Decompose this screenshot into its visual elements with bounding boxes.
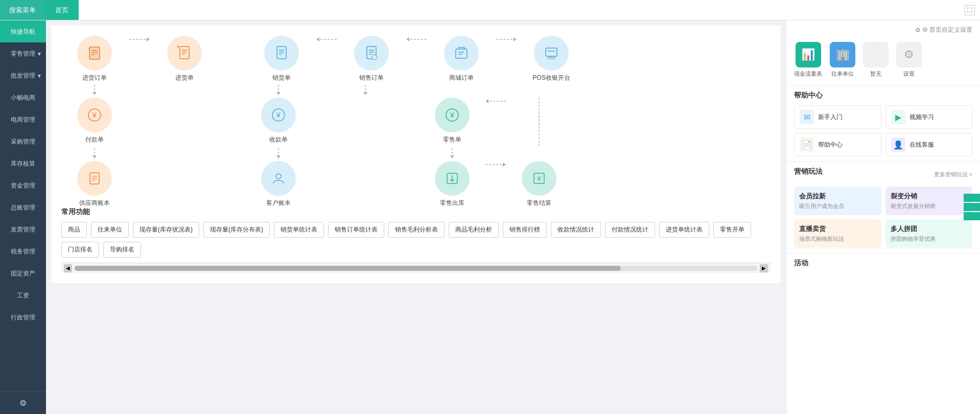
help-label-help: 帮助中心 [818, 141, 843, 149]
func-btn-往来单位[interactable]: 往来单位 [91, 222, 129, 238]
quick-icon-cash-flow[interactable]: 📊 现金流量表 [794, 42, 822, 78]
sidebar-item-ecom[interactable]: 电商管理 [0, 108, 46, 130]
customer-account-circle [261, 161, 296, 196]
help-center-title: 帮助中心 [794, 91, 972, 100]
sidebar-item-tax[interactable]: 税务管理 [0, 240, 46, 262]
expand-icon[interactable]: ⛶ [965, 5, 975, 15]
help-item-beginner[interactable]: ✉ 新手入门 [794, 105, 881, 129]
retail-out-circle [435, 161, 470, 196]
arrow-right-2 [496, 36, 517, 56]
sidebar-item-general-ledger[interactable]: 总账管理 [0, 196, 46, 218]
quick-icon-partners[interactable]: 🏢 往来单位 [830, 42, 855, 78]
sidebar-item-invoice[interactable]: 发票管理 [0, 218, 46, 240]
settings-icon[interactable]: ⚙ [0, 392, 46, 414]
scroll-track[interactable] [75, 266, 757, 271]
func-btn-门店排名[interactable]: 门店排名 [61, 242, 99, 258]
common-functions-title: 常用功能 [61, 208, 771, 217]
quick-icon-box-cash-flow: 📊 [796, 42, 821, 67]
sidebar-item-fixed-assets[interactable]: 固定资产 [0, 262, 46, 284]
sidebar-item-more[interactable]: 行政管理 [0, 306, 46, 328]
sidebar-bottom: ⚙ [0, 392, 46, 414]
help-item-help[interactable]: 📄 帮助中心 [794, 133, 881, 156]
sidebar-item-quick-nav[interactable]: 快捷导航 [0, 20, 46, 42]
func-btn-销售毛利分析表[interactable]: 销售毛利分析表 [388, 222, 445, 238]
node-pos[interactable]: POS收银开台 [518, 36, 585, 82]
svg-text:¥: ¥ [92, 111, 97, 119]
scroll-bar: ◀ ▶ [61, 263, 771, 273]
sidebar-item-salary[interactable]: 工资 [0, 284, 46, 306]
retail-settle-label: 零售结算 [527, 199, 551, 208]
sidebar-item-wholesale[interactable]: 批发管理 ▼ [0, 64, 46, 86]
node-purchase-receipt[interactable]: 进货单 [151, 36, 218, 82]
sidebar-item-finance[interactable]: 资金管理 [0, 174, 46, 196]
help-label-beginner: 新手入门 [818, 113, 843, 122]
func-btn-销售排行榜[interactable]: 销售排行榜 [503, 222, 547, 238]
float-btn-customer-service[interactable]: 客服热线 [964, 194, 980, 202]
svg-rect-0 [89, 47, 100, 59]
func-btn-导购排名[interactable]: 导购排名 [103, 242, 141, 258]
float-btn-desktop[interactable]: 桌面快捷 [964, 212, 980, 220]
marketing-item-group[interactable]: 多人拼团 拼团购物享受优惠 [885, 219, 973, 248]
customize-link[interactable]: ⚙ ⚙ 首页自定义设置 [794, 26, 972, 34]
func-btn-销货单统计表[interactable]: 销货单统计表 [274, 222, 324, 238]
func-buttons-grid: 商品往来单位现存量(库存状况表)现存量(库存分布表)销货单统计表销售订单统计表销… [61, 222, 771, 258]
top-right: ⛶ [965, 5, 980, 15]
node-retail-settle[interactable]: ¥ 零售结算 [506, 161, 572, 208]
node-receipt[interactable]: ¥ 收款单 [245, 98, 312, 144]
marketing-title-member: 会员拉新 [799, 192, 876, 201]
svg-marker-6 [147, 37, 150, 41]
node-payment[interactable]: ¥ 付款单 [61, 98, 128, 144]
sidebar-item-xiaochange[interactable]: 小畅电商 [0, 86, 46, 108]
top-bar: 搜索菜单 首页 ⛶ [0, 0, 980, 20]
arrow-icon: ▼ [37, 51, 42, 56]
node-customer-account[interactable]: 客户账本 [245, 161, 312, 208]
func-btn-收款情况统计[interactable]: 收款情况统计 [551, 222, 601, 238]
marketing-item-member[interactable]: 会员拉新 吸引用户成为会员 [794, 187, 881, 215]
quick-icon-label-cash-flow: 现金流量表 [794, 70, 822, 78]
func-btn-进货单统计表[interactable]: 进货单统计表 [659, 222, 709, 238]
svg-point-58 [276, 174, 281, 179]
scroll-right-btn[interactable]: ▶ [760, 264, 768, 272]
sale-order-circle [264, 36, 299, 71]
sidebar-item-inventory[interactable]: 库存核算 [0, 152, 46, 174]
func-btn-零售开单[interactable]: 零售开单 [713, 222, 751, 238]
float-btn-community[interactable]: 服务社区 [964, 203, 980, 211]
node-retail-out[interactable]: 零售出库 [419, 161, 485, 208]
svg-marker-38 [363, 92, 367, 95]
sale-order-label: 销货单 [272, 74, 291, 82]
quick-icon-none[interactable]: 暂无 [863, 42, 889, 78]
func-btn-付款情况统计[interactable]: 付款情况统计 [605, 222, 655, 238]
tab-home[interactable]: 首页 [45, 0, 79, 20]
marketing-item-fission[interactable]: 裂变分销 裂变式发展分销商 [885, 187, 973, 215]
sidebar-item-purchase[interactable]: 采购管理 [0, 130, 46, 152]
func-btn-商品[interactable]: 商品 [61, 222, 87, 238]
arrow-left-1 [316, 36, 337, 56]
receipt-label: 收款单 [269, 135, 288, 144]
marketing-item-live[interactable]: 直播卖货 场景式购物新玩法 [794, 219, 881, 248]
retail-order-circle: ¥ [435, 98, 470, 132]
arrow-right-1 [129, 36, 150, 56]
float-buttons: 客服热线服务社区桌面快捷 [964, 194, 980, 220]
help-item-video[interactable]: ▶ 视频学习 [885, 105, 973, 129]
node-sales-order[interactable]: 销售订单 [338, 36, 405, 82]
node-purchase-order[interactable]: 进货订单 [61, 36, 128, 82]
arrow-left-2 [406, 36, 427, 56]
help-item-online-service[interactable]: 👤 在线客服 [885, 133, 973, 156]
more-marketing-link[interactable]: 更多营销玩法 > [934, 171, 972, 178]
func-btn-商品毛利分析[interactable]: 商品毛利分析 [449, 222, 499, 238]
quick-icon-box-partners: 🏢 [830, 42, 855, 67]
quick-icon-settings[interactable]: ⚙ 设置 [896, 42, 922, 78]
node-sale-order[interactable]: 销货单 [248, 36, 315, 82]
node-mall-order[interactable]: 商城订单 [428, 36, 495, 82]
svg-point-21 [372, 55, 377, 60]
func-btn-销售订单统计表[interactable]: 销售订单统计表 [328, 222, 384, 238]
svg-rect-30 [548, 57, 555, 59]
search-menu-btn[interactable]: 搜索菜单 [0, 0, 45, 20]
scroll-left-btn[interactable]: ◀ [64, 264, 72, 272]
node-supplier-account[interactable]: 供应商账本 [61, 161, 128, 208]
func-btn-现存量(库存分布表)[interactable]: 现存量(库存分布表) [203, 222, 270, 238]
func-btn-现存量(库存状况表)[interactable]: 现存量(库存状况表) [133, 222, 199, 238]
sidebar-item-retail[interactable]: 零售管理 ▼ [0, 42, 46, 64]
payment-label: 付款单 [85, 135, 104, 144]
marketing-title-fission: 裂变分销 [891, 192, 968, 201]
